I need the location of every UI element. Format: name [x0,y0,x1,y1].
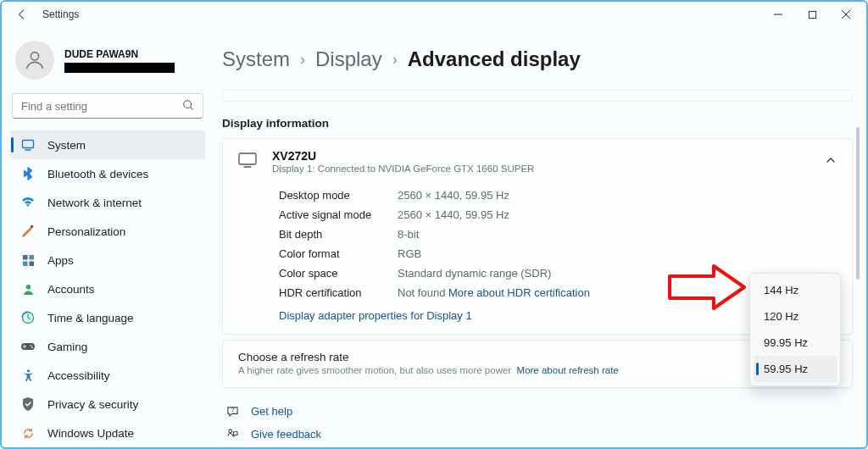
row-bit-depth: Bit depth8-bit [279,224,837,244]
personalization-icon [20,224,36,238]
refresh-rate-title: Choose a refresh rate [238,351,837,363]
sidebar-item-update[interactable]: Windows Update [10,419,205,447]
display-model: XV272U [272,149,534,163]
breadcrumb: System › Display › Advanced display [222,27,853,90]
privacy-icon [20,397,36,411]
sidebar-item-label: Privacy & security [47,398,138,411]
account-name: DUDE PAWA9N [64,48,175,60]
window-controls [761,3,863,26]
annotation-arrow [666,263,748,314]
sidebar-item-label: Accounts [47,283,95,296]
scrollbar[interactable] [854,127,861,447]
page-title: Advanced display [408,47,581,71]
network-icon [20,197,36,208]
svg-point-1 [31,53,38,60]
give-feedback-link[interactable]: Give feedback [225,423,853,446]
nav: System Bluetooth & devices Network & int… [10,130,205,447]
help-icon: ? [225,405,239,418]
display-subtitle: Display 1: Connected to NVIDIA GeForce G… [272,164,534,174]
search-input[interactable] [21,100,182,113]
close-button[interactable] [829,3,863,26]
svg-point-13 [31,346,33,348]
svg-rect-0 [809,11,815,18]
sidebar: DUDE PAWA9N System Bluetooth & devices N… [2,27,215,447]
account-email-redacted [64,63,175,73]
rate-option-120[interactable]: 120 Hz [754,303,837,330]
svg-rect-3 [23,141,34,148]
rate-option-144[interactable]: 144 Hz [754,277,837,303]
rate-option-9995[interactable]: 99.95 Hz [754,330,837,356]
window-title: Settings [42,8,79,20]
svg-point-2 [184,100,192,108]
breadcrumb-display[interactable]: Display [315,47,382,71]
system-icon [20,138,36,152]
sidebar-item-bluetooth[interactable]: Bluetooth & devices [10,159,205,188]
svg-rect-5 [22,254,27,259]
sidebar-item-system[interactable]: System [10,130,205,159]
sidebar-item-label: Time & language [47,312,134,324]
collapsed-card[interactable] [222,90,853,102]
section-label: Display information [222,117,853,130]
apps-icon [20,254,36,267]
titlebar: Settings [2,2,866,27]
chevron-right-icon: › [300,51,305,69]
search-field[interactable] [12,93,203,119]
account-row[interactable]: DUDE PAWA9N [10,37,205,91]
minimize-button[interactable] [761,3,795,26]
row-desktop-mode: Desktop mode2560 × 1440, 59.95 Hz [279,186,837,205]
chevron-right-icon: › [392,51,398,69]
sidebar-item-label: Personalization [47,225,125,238]
svg-point-14 [26,369,29,372]
sidebar-item-gaming[interactable]: Gaming [10,332,205,361]
row-color-format: Color formatRGB [279,244,837,263]
bluetooth-icon [20,167,36,180]
svg-rect-6 [29,254,34,259]
svg-rect-15 [239,153,256,164]
monitor-icon [238,152,257,170]
feedback-icon [225,428,239,441]
refresh-rate-menu: 144 Hz 120 Hz 99.95 Hz 59.95 Hz [749,273,841,386]
sidebar-item-accessibility[interactable]: Accessibility [10,361,205,390]
sidebar-item-label: Bluetooth & devices [47,168,148,180]
svg-point-17 [228,430,231,433]
avatar [15,41,54,80]
hdr-cert-link[interactable]: More about HDR certification [448,286,590,299]
breadcrumb-system[interactable]: System [222,47,290,71]
sidebar-item-network[interactable]: Network & internet [10,188,205,217]
svg-point-12 [31,345,32,346]
svg-point-9 [25,284,31,289]
help-section: ? Get help Give feedback [222,400,853,446]
sidebar-item-label: Accessibility [47,369,110,382]
sidebar-item-label: Gaming [47,341,87,353]
update-icon [20,427,36,440]
sidebar-item-label: System [47,139,86,152]
sidebar-item-time[interactable]: Time & language [10,303,205,332]
row-active-signal: Active signal mode2560 × 1440, 59.95 Hz [279,205,837,224]
sidebar-item-accounts[interactable]: Accounts [10,274,205,303]
main-content: System › Display › Advanced display Disp… [215,27,866,447]
sidebar-item-label: Network & internet [47,197,142,209]
rate-option-5995[interactable]: 59.95 Hz [754,356,837,382]
get-help-link[interactable]: ? Get help [225,400,853,423]
sidebar-item-privacy[interactable]: Privacy & security [10,390,205,419]
sidebar-item-label: Windows Update [47,427,134,440]
refresh-rate-link[interactable]: More about refresh rate [517,365,619,375]
svg-rect-7 [22,261,27,266]
sidebar-item-personalization[interactable]: Personalization [10,217,205,246]
maximize-button[interactable] [795,3,829,26]
sidebar-item-label: Apps [47,254,74,267]
time-icon [20,311,36,324]
sidebar-item-apps[interactable]: Apps [10,246,205,274]
gaming-icon [20,341,36,352]
chevron-up-icon [825,154,837,169]
display-card-header[interactable]: XV272U Display 1: Connected to NVIDIA Ge… [238,149,837,174]
accounts-icon [20,283,36,296]
svg-text:?: ? [231,407,234,413]
search-icon [182,99,194,114]
back-button[interactable] [8,2,36,27]
accessibility-icon [20,369,36,382]
svg-rect-8 [29,261,34,266]
